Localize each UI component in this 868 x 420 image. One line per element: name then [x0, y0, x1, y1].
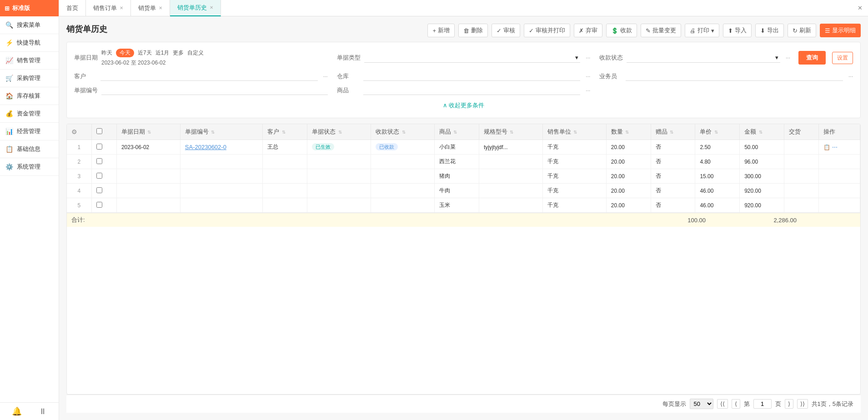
- salesperson-input[interactable]: [626, 71, 843, 81]
- refresh-button[interactable]: ↻ 刷新: [788, 24, 816, 37]
- sidebar-item-system-mgmt[interactable]: ⚙️ 系统管理: [0, 158, 59, 176]
- close-all-button[interactable]: ✕: [852, 5, 868, 11]
- op2-button[interactable]: ⋯: [832, 144, 838, 150]
- salesperson-label: 业务员: [599, 72, 622, 80]
- unapprove-button[interactable]: ✗ 弃审: [574, 24, 602, 37]
- tab-sales-order-close-icon[interactable]: ✕: [120, 5, 123, 10]
- th-doc-status[interactable]: 单据状态 ⇅: [307, 124, 371, 140]
- date-opt-1month[interactable]: 近1月: [156, 49, 170, 57]
- th-amount[interactable]: 金额 ⇅: [740, 124, 784, 140]
- page-number-input[interactable]: [753, 399, 772, 409]
- customer-input[interactable]: [100, 71, 318, 81]
- cell-doc-date: [116, 155, 180, 169]
- data-table: ⚙ 单据日期 ⇅ 单据编号 ⇅ 客户 ⇅: [67, 124, 860, 213]
- cell-customer: [263, 155, 307, 169]
- delete-button[interactable]: 🗑 删除: [458, 24, 488, 37]
- doc-type-select[interactable]: ▾: [364, 53, 581, 63]
- page-prev-button[interactable]: ⟨: [732, 399, 740, 409]
- export-button[interactable]: ⬇ 导出: [755, 24, 784, 37]
- payment-status-dots[interactable]: ···: [786, 55, 790, 61]
- payment-status-select[interactable]: ▾: [627, 53, 780, 63]
- doc-no-link[interactable]: SA-20230602-0: [185, 144, 226, 150]
- page-next-button[interactable]: ⟩: [785, 399, 793, 409]
- select-all-checkbox[interactable]: [96, 128, 102, 134]
- th-customer[interactable]: 客户 ⇅: [263, 124, 307, 140]
- batch-change-button[interactable]: ✎ 批量变更: [641, 24, 681, 37]
- date-opt-yesterday[interactable]: 昨天: [101, 49, 112, 57]
- import-button[interactable]: ⬆ 导入: [723, 24, 752, 37]
- payment-button[interactable]: 💲 收款: [606, 24, 637, 37]
- sidebar-item-finance-mgmt[interactable]: 💰 资金管理: [0, 105, 59, 123]
- th-doc-date[interactable]: 单据日期 ⇅: [116, 124, 180, 140]
- doc-no-input[interactable]: [101, 85, 328, 95]
- show-detail-button[interactable]: ☰ 显示明细: [820, 24, 861, 37]
- date-opt-more[interactable]: 更多: [173, 49, 184, 57]
- th-gift[interactable]: 赠品 ⇅: [651, 124, 695, 140]
- product-input[interactable]: [363, 85, 581, 95]
- tab-sales-history-close-icon[interactable]: ✕: [210, 5, 213, 10]
- row-checkbox[interactable]: [96, 158, 102, 164]
- print-button[interactable]: 🖨 打印 ▾: [685, 24, 719, 37]
- sidebar-item-sales-mgmt[interactable]: 📈 销售管理: [0, 52, 59, 70]
- tab-sales-history[interactable]: 销货单历史 ✕: [170, 0, 221, 16]
- sidebar-item-basic-info[interactable]: 📋 基础信息: [0, 140, 59, 158]
- page-last-button[interactable]: ⟩⟩: [797, 399, 808, 409]
- th-sales-unit-label: 销售单位: [547, 128, 571, 135]
- status-badge: 已生效: [312, 143, 334, 150]
- th-gear[interactable]: ⚙: [67, 124, 91, 140]
- sidebar-item-operations-mgmt[interactable]: 📊 经营管理: [0, 123, 59, 140]
- cell-customer: 王总: [263, 140, 307, 155]
- sort-doc-date-icon: ⇅: [147, 130, 151, 135]
- doc-type-dots[interactable]: ···: [586, 55, 590, 61]
- approve-print-button[interactable]: ✓ 审核并打印: [524, 24, 570, 37]
- product-dots[interactable]: ···: [586, 87, 590, 94]
- notification-icon[interactable]: 🔔: [12, 406, 22, 416]
- th-spec-type[interactable]: 规格型号 ⇅: [479, 124, 542, 140]
- cell-checkbox: [91, 140, 116, 155]
- date-opt-today[interactable]: 今天: [116, 49, 134, 57]
- date-opt-7days[interactable]: 近7天: [138, 49, 152, 57]
- sidebar-item-quick-nav[interactable]: ⚡ 快捷导航: [0, 34, 59, 52]
- settings-button[interactable]: 设置: [832, 52, 853, 64]
- th-doc-no[interactable]: 单据编号 ⇅: [180, 124, 263, 140]
- warehouse-input[interactable]: [363, 71, 581, 81]
- tab-sales-delivery-close-icon[interactable]: ✕: [159, 5, 162, 10]
- date-opt-custom[interactable]: 自定义: [187, 49, 204, 57]
- th-product[interactable]: 商品 ⇅: [435, 124, 479, 140]
- sidebar-item-inventory[interactable]: 🏠 库存核算: [0, 87, 59, 105]
- cell-amount: 96.00: [740, 155, 784, 169]
- sort-spec-type-icon: ⇅: [510, 130, 513, 135]
- cell-gift: 否: [651, 184, 695, 198]
- tab-sales-order-label: 销售订单: [93, 4, 117, 12]
- row-checkbox[interactable]: [96, 173, 102, 179]
- th-unit-price[interactable]: 单价 ⇅: [695, 124, 740, 140]
- row-checkbox[interactable]: [96, 202, 102, 208]
- th-quantity[interactable]: 数量 ⇅: [606, 124, 651, 140]
- cell-unit-price: 46.00: [695, 184, 740, 198]
- date-filter-label: 单据日期: [74, 54, 98, 62]
- pause-icon[interactable]: ⏸: [39, 407, 47, 416]
- new-button[interactable]: + 新增: [427, 24, 455, 37]
- cell-gift: 否: [651, 140, 695, 155]
- basic-info-icon: 📋: [5, 145, 13, 153]
- sidebar-item-search-menu[interactable]: 🔍 搜索菜单: [0, 16, 59, 34]
- approve-button[interactable]: ✓ 审核: [492, 24, 520, 37]
- per-page-select[interactable]: 50 100 200: [690, 399, 713, 409]
- page-first-button[interactable]: ⟨⟨: [717, 399, 728, 409]
- query-button[interactable]: 查询: [798, 51, 826, 65]
- th-sales-unit[interactable]: 销售单位 ⇅: [542, 124, 606, 140]
- collapse-button[interactable]: ∧ 收起更多条件: [74, 100, 853, 111]
- op1-button[interactable]: 📋: [823, 144, 830, 150]
- row-checkbox[interactable]: [96, 144, 102, 150]
- row-checkbox[interactable]: [96, 187, 102, 193]
- cell-payment-status: [371, 169, 435, 184]
- th-payment-status[interactable]: 收款状态 ⇅: [371, 124, 435, 140]
- tab-sales-delivery[interactable]: 销货单 ✕: [131, 0, 170, 16]
- inventory-icon: 🏠: [5, 92, 13, 100]
- salesperson-dots[interactable]: ···: [848, 73, 853, 80]
- warehouse-dots[interactable]: ···: [586, 73, 590, 80]
- customer-dots[interactable]: ···: [323, 73, 328, 80]
- tab-home[interactable]: 首页: [59, 0, 86, 16]
- tab-sales-order[interactable]: 销售订单 ✕: [86, 0, 131, 16]
- sidebar-item-purchase-mgmt[interactable]: 🛒 采购管理: [0, 70, 59, 87]
